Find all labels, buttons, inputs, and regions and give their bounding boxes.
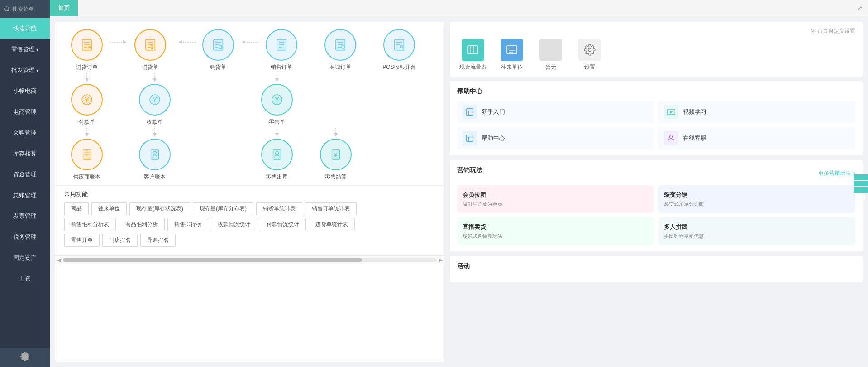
node-retail-settlement[interactable]: ¥ 零售结算 xyxy=(313,139,358,181)
marketing-fission[interactable]: 裂变分销 裂变式发展分销商 xyxy=(658,185,855,213)
supplier-ledger-icon xyxy=(79,147,95,162)
home-settings[interactable]: 首页自定义设置 xyxy=(811,27,855,35)
node-label: 进货单 xyxy=(142,63,158,71)
scrollbar-thumb xyxy=(63,258,362,262)
sales-order-icon xyxy=(274,37,289,53)
scroll-left-arrow[interactable]: ◀ xyxy=(57,257,61,263)
help-label: 在线客服 xyxy=(683,134,706,142)
sidebar-item-ledger[interactable]: 总账管理 xyxy=(0,185,50,206)
marketing-group[interactable]: 多人拼团 拼团购物享受优惠 xyxy=(658,217,855,245)
more-marketing-link[interactable]: 更多营销玩法 > xyxy=(818,169,855,177)
help-label: 帮助中心 xyxy=(482,134,505,142)
svg-point-90 xyxy=(588,48,591,52)
search-menu[interactable]: 搜索菜单 xyxy=(0,0,50,18)
marketing-item-title: 多人拼团 xyxy=(664,223,850,231)
node-sales-bill[interactable]: 销货单 xyxy=(196,29,241,71)
help-item-video[interactable]: 视频学习 xyxy=(658,101,855,123)
retail-settlement-icon: ¥ xyxy=(328,147,343,162)
quick-access-row: 现金流量表 往来单位 xyxy=(457,39,855,71)
func-row-3: 零售开单 门店排名 导购排名 xyxy=(64,234,435,247)
down-arrow-1 xyxy=(84,73,90,83)
func-btn-inventory-dist[interactable]: 现存量(库存分布表) xyxy=(193,202,253,215)
func-btn-sales-rank[interactable]: 销售排行榜 xyxy=(167,218,208,231)
func-btn-store-rank[interactable]: 门店排名 xyxy=(102,234,138,247)
marketing-member[interactable]: 会员拉新 吸引用户成为会员 xyxy=(457,185,654,213)
node-pos[interactable]: POS收银开台 xyxy=(377,29,422,71)
sidebar-item-invoice[interactable]: 发票管理 xyxy=(0,206,50,227)
sidebar-item-wholesale[interactable]: 批发管理 ▾ xyxy=(0,60,50,81)
svg-text:¥: ¥ xyxy=(153,96,157,103)
svg-marker-17 xyxy=(178,40,182,44)
scrollbar-track[interactable] xyxy=(63,258,437,262)
help-item-service[interactable]: 在线客服 xyxy=(658,127,855,149)
main-area: 首页 ⤢ xyxy=(50,0,868,367)
node-label: 付款单 xyxy=(79,118,95,126)
quick-settings-item[interactable]: 设置 xyxy=(574,39,606,71)
func-btn-partners[interactable]: 往来单位 xyxy=(91,202,127,215)
sidebar-settings[interactable] xyxy=(0,348,50,367)
purchase-bill-icon xyxy=(143,37,158,53)
quick-cash-flow[interactable]: 现金流量表 xyxy=(457,39,489,71)
sidebar-item-funds[interactable]: 资金管理 xyxy=(0,164,50,185)
tab-home[interactable]: 首页 xyxy=(50,0,78,16)
func-btn-goods[interactable]: 商品 xyxy=(64,202,89,215)
node-label: 零售结算 xyxy=(325,173,347,181)
quick-label: 往来单位 xyxy=(501,63,523,71)
node-label: 收款单 xyxy=(147,118,163,126)
func-btn-inventory-status[interactable]: 现存量(库存状况表) xyxy=(129,202,190,215)
svg-point-0 xyxy=(5,7,9,11)
video-icon xyxy=(667,107,676,116)
func-btn-retail-order[interactable]: 零售开单 xyxy=(64,234,100,247)
node-mall-order[interactable]: 商城订单 xyxy=(318,29,363,71)
common-title: 常用功能 xyxy=(64,190,435,198)
node-purchase-order[interactable]: 进货订单 xyxy=(64,29,110,71)
help-center-icon xyxy=(465,134,474,143)
content-wrapper: 进货订单 xyxy=(50,16,868,367)
sidebar-item-assets[interactable]: 固定资产 xyxy=(0,247,50,268)
func-btn-payment-stat[interactable]: 付款情况统计 xyxy=(260,218,306,231)
node-purchase-bill[interactable]: 进货单 xyxy=(128,29,173,71)
quick-partners[interactable]: 往来单位 xyxy=(496,39,528,71)
sidebar-item-payroll[interactable]: 工资 xyxy=(0,268,50,289)
node-retail-bill[interactable]: ¥ 零售单 xyxy=(254,84,300,126)
svg-line-1 xyxy=(8,10,10,12)
node-retail-outbound[interactable]: 零售出库 xyxy=(254,139,300,181)
func-btn-receipt-stat[interactable]: 收款情况统计 xyxy=(211,218,257,231)
arrow-right-1 xyxy=(110,29,128,45)
sidebar-item-purchase[interactable]: 采购管理 xyxy=(0,122,50,143)
sidebar-item-retail[interactable]: 零售管理 ▾ xyxy=(0,39,50,60)
float-desktop-btn[interactable]: 桌面快捷 xyxy=(854,187,868,193)
svg-rect-91 xyxy=(467,109,473,116)
node-payment[interactable]: ¥ 付款单 xyxy=(64,84,110,126)
func-btn-goods-margin[interactable]: 商品毛利分析 xyxy=(119,218,165,231)
float-community-btn[interactable]: 服务社区 xyxy=(854,181,868,186)
func-btn-guide-rank[interactable]: 导购排名 xyxy=(140,234,176,247)
maximize-button[interactable]: ⤢ xyxy=(857,5,863,12)
sidebar-item-quick-nav[interactable]: 快捷导航 xyxy=(0,18,50,39)
marketing-header: 营销玩法 更多营销玩法 > xyxy=(457,166,855,180)
help-item-beginner[interactable]: 新手入门 xyxy=(457,101,654,123)
sidebar-item-tax[interactable]: 税务管理 xyxy=(0,227,50,247)
sidebar-item-inventory[interactable]: 库存核算 xyxy=(0,143,50,164)
help-item-center[interactable]: 帮助中心 xyxy=(457,127,654,149)
marketing-live[interactable]: 直播卖货 场景式购物新玩法 xyxy=(457,217,654,245)
down-arrow-6 xyxy=(274,128,280,138)
node-supplier-ledger[interactable]: 供应商账本 xyxy=(64,139,110,181)
sidebar-item-ecommerce-small[interactable]: 小畅电商 xyxy=(0,81,50,101)
svg-marker-95 xyxy=(670,111,672,113)
node-sales-order[interactable]: 销售订单 xyxy=(259,29,304,71)
node-receipt[interactable]: ¥ 收款单 xyxy=(132,84,177,126)
func-btn-purchase-stat[interactable]: 进货单统计表 xyxy=(309,218,355,231)
float-service-btn[interactable]: 客服热线 xyxy=(854,174,868,180)
node-label: 零售单 xyxy=(269,118,285,126)
func-btn-order-stat[interactable]: 销售订单统计表 xyxy=(305,202,357,215)
func-btn-sales-stat[interactable]: 销货单统计表 xyxy=(256,202,302,215)
scroll-right-arrow[interactable]: ▶ xyxy=(439,257,443,263)
pos-icon xyxy=(391,37,407,53)
sidebar-item-ecommerce-mgmt[interactable]: 电商管理 xyxy=(0,101,50,122)
node-label: 商城订单 xyxy=(329,63,351,71)
flow-diagram: 进货订单 xyxy=(55,22,444,185)
node-customer-ledger[interactable]: 客户账本 xyxy=(132,139,177,181)
quick-access-panel: 首页自定义设置 xyxy=(450,22,863,77)
func-btn-sales-margin[interactable]: 销售毛利分析表 xyxy=(64,218,116,231)
